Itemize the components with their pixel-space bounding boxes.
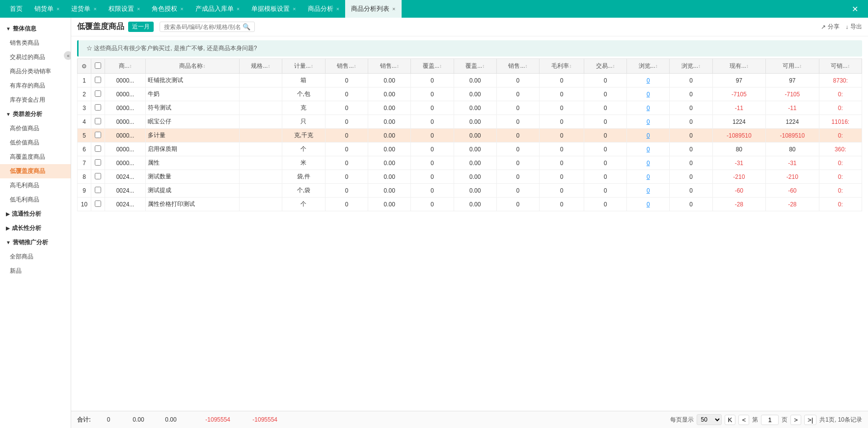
cell-browse1[interactable]: 0	[627, 87, 670, 101]
col-saleable[interactable]: 可销...↕	[819, 59, 862, 74]
close-icon[interactable]: ×	[93, 6, 96, 12]
sidebar-section-liquidity[interactable]: ▶ 流通性分析	[0, 207, 71, 221]
prev-page-button[interactable]: <	[738, 415, 749, 425]
sidebar-collapse-button[interactable]: «	[64, 51, 71, 60]
last-page-button[interactable]: >|	[804, 415, 816, 425]
cell-checkbox[interactable]	[91, 170, 105, 184]
col-sales-qty[interactable]: 销售...↕	[325, 59, 368, 74]
cell-browse1[interactable]: 0	[627, 101, 670, 115]
nav-permission[interactable]: 权限设置 ×	[103, 0, 146, 18]
cell-browse2: 0	[670, 74, 712, 87]
nav-home[interactable]: 首页	[4, 0, 28, 18]
time-filter-button[interactable]: 近一月	[128, 22, 154, 32]
sidebar-item-sales-goods[interactable]: 销售类商品	[0, 36, 71, 50]
sidebar-item-category-turnover[interactable]: 商品分类动销率	[0, 64, 71, 79]
col-cover2[interactable]: 覆盖...↕	[454, 59, 496, 74]
export-button[interactable]: ↓ 导出	[845, 23, 862, 31]
nav-product-analysis-list[interactable]: 商品分析列表 ×	[345, 0, 401, 18]
nav-template[interactable]: 单据模板设置 ×	[245, 0, 301, 18]
sidebar-item-new-goods[interactable]: 新品	[0, 264, 71, 278]
sidebar-item-low-coverage[interactable]: 低覆盖度商品	[0, 164, 71, 178]
next-page-button[interactable]: >	[790, 415, 801, 425]
cell-checkbox[interactable]	[91, 129, 105, 143]
cell-browse1[interactable]: 0	[627, 198, 670, 211]
sidebar-item-in-stock[interactable]: 有库存的商品	[0, 79, 71, 93]
cell-sales3: 0	[496, 143, 539, 156]
close-icon[interactable]: ×	[237, 6, 240, 12]
cell-checkbox[interactable]	[91, 87, 105, 101]
cell-browse1[interactable]: 0	[627, 115, 670, 129]
col-spec[interactable]: 规格...↕	[239, 59, 282, 74]
cell-cover1: 0	[411, 101, 454, 115]
sidebar-item-high-value[interactable]: 高价值商品	[0, 121, 71, 136]
nav-purchase[interactable]: 进货单 ×	[65, 0, 102, 18]
cell-avail: 1224	[766, 115, 819, 129]
sidebar-item-low-margin[interactable]: 低毛利商品	[0, 193, 71, 207]
sidebar-item-high-margin[interactable]: 高毛利商品	[0, 178, 71, 193]
close-icon[interactable]: ×	[392, 6, 395, 12]
col-cover1[interactable]: 覆盖...↕	[411, 59, 454, 74]
nav-role[interactable]: 角色授权 ×	[146, 0, 189, 18]
col-sales3[interactable]: 销售...↕	[496, 59, 539, 74]
cell-checkbox[interactable]	[91, 156, 105, 170]
table-container[interactable]: ⚙ 商...↕ 商品名称↕ 规格...↕ 计量...↕ 销售...↕ 销售...…	[71, 58, 868, 411]
cell-browse1[interactable]: 0	[627, 129, 670, 143]
close-icon[interactable]: ×	[137, 6, 140, 12]
col-checkbox[interactable]	[91, 59, 105, 74]
col-setting[interactable]: ⚙	[78, 59, 91, 74]
col-browse1[interactable]: 浏览...↕	[627, 59, 670, 74]
cell-avail: -7105	[766, 87, 819, 101]
cell-cover1: 0	[411, 143, 454, 156]
search-input[interactable]	[164, 24, 243, 30]
cell-browse1[interactable]: 0	[627, 143, 670, 156]
sidebar-section-cluster[interactable]: ▼ 类群差分析	[0, 107, 71, 121]
col-trade[interactable]: 交易...↕	[584, 59, 626, 74]
col-stock[interactable]: 现有...↕	[712, 59, 766, 74]
cell-checkbox[interactable]	[91, 143, 105, 156]
cell-browse1[interactable]: 0	[627, 74, 670, 87]
first-page-button[interactable]: K	[725, 415, 736, 425]
cell-browse1[interactable]: 0	[627, 170, 670, 184]
cell-browse1[interactable]: 0	[627, 156, 670, 170]
col-code[interactable]: 商...↕	[105, 59, 146, 74]
sidebar-section-overview[interactable]: ▼ 整体信息	[0, 22, 71, 36]
cell-spec	[239, 129, 282, 143]
nav-sales[interactable]: 销货单 ×	[28, 0, 65, 18]
nav-product-inbound[interactable]: 产成品入库单 ×	[190, 0, 245, 18]
col-unit[interactable]: 计量...↕	[282, 59, 326, 74]
sidebar-section-marketing[interactable]: ▼ 营销推广分析	[0, 235, 71, 250]
share-button[interactable]: ↗ 分享	[821, 23, 840, 31]
sidebar-item-inventory-capital[interactable]: 库存资金占用	[0, 93, 71, 107]
cell-saleable: 11016:	[819, 115, 862, 129]
cell-checkbox[interactable]	[91, 115, 105, 129]
sidebar-item-low-value[interactable]: 低价值商品	[0, 136, 71, 150]
sidebar-item-high-coverage[interactable]: 高覆盖度商品	[0, 150, 71, 164]
sidebar-item-traded-goods[interactable]: 交易过的商品	[0, 50, 71, 64]
search-icon[interactable]: 🔍	[243, 23, 250, 30]
cell-checkbox[interactable]	[91, 74, 105, 87]
window-close-button[interactable]: ✕	[846, 0, 864, 18]
close-icon[interactable]: ×	[336, 6, 339, 12]
cell-sales-qty: 0	[325, 156, 368, 170]
close-icon[interactable]: ×	[56, 6, 59, 12]
close-icon[interactable]: ×	[180, 6, 183, 12]
col-browse2[interactable]: 浏览...↕	[670, 59, 712, 74]
cell-checkbox[interactable]	[91, 198, 105, 211]
col-name[interactable]: 商品名称↕	[146, 59, 240, 74]
cell-saleable: 0:	[819, 101, 862, 115]
cell-browse1[interactable]: 0	[627, 184, 670, 198]
cell-checkbox[interactable]	[91, 101, 105, 115]
col-avail[interactable]: 可用...↕	[766, 59, 819, 74]
cell-sales-qty: 0	[325, 87, 368, 101]
col-sales-amt[interactable]: 销售...↕	[368, 59, 411, 74]
per-page-select[interactable]: 50 10 20 100	[697, 414, 722, 425]
col-gross-rate[interactable]: 毛利率↕	[540, 59, 584, 74]
close-icon[interactable]: ×	[293, 6, 296, 12]
cell-checkbox[interactable]	[91, 184, 105, 198]
sidebar-section-growth[interactable]: ▶ 成长性分析	[0, 221, 71, 235]
data-table: ⚙ 商...↕ 商品名称↕ 规格...↕ 计量...↕ 销售...↕ 销售...…	[77, 58, 862, 211]
select-all-checkbox[interactable]	[95, 62, 101, 69]
sidebar-item-all-goods[interactable]: 全部商品	[0, 250, 71, 264]
page-number-input[interactable]	[761, 415, 779, 425]
nav-product-analysis[interactable]: 商品分析 ×	[302, 0, 345, 18]
